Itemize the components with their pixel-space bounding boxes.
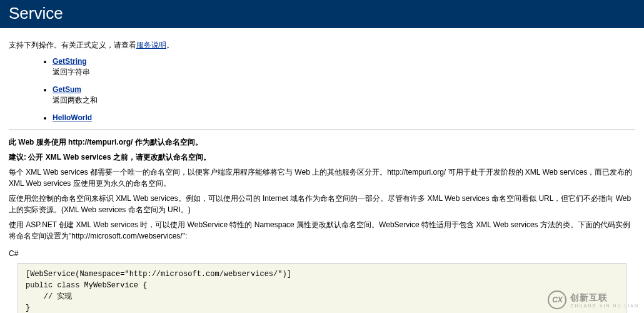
operation-item: GetString 返回字符串	[53, 57, 635, 78]
paragraph-aspnet: 使用 ASP.NET 创建 XML Web services 时，可以使用 We…	[9, 219, 635, 242]
intro-prefix: 支持下列操作。有关正式定义，请查看	[9, 41, 136, 49]
page-header: Service	[0, 0, 644, 28]
divider	[9, 130, 635, 130]
operation-link[interactable]: GetString	[53, 57, 87, 66]
page-title: Service	[9, 4, 63, 23]
operation-link[interactable]: GetSum	[53, 85, 81, 94]
csharp-code-block: [WebService(Namespace="http://microsoft.…	[18, 263, 626, 313]
paragraph-namespace-control: 应使用您控制的命名空间来标识 XML Web services。例如，可以使用公…	[9, 193, 635, 215]
intro-suffix: 。	[166, 41, 174, 49]
intro-paragraph: 支持下列操作。有关正式定义，请查看服务说明。	[9, 39, 635, 51]
service-description-link[interactable]: 服务说明	[136, 41, 166, 49]
operation-item: GetSum 返回两数之和	[53, 85, 635, 106]
operation-list: GetString 返回字符串 GetSum 返回两数之和 HelloWorld	[9, 57, 635, 122]
warning-line-2: 建议: 公开 XML Web services 之前，请更改默认命名空间。	[9, 151, 635, 163]
csharp-label: C#	[9, 248, 635, 259]
operation-desc: 返回字符串	[53, 67, 635, 78]
operation-link[interactable]: HelloWorld	[53, 113, 92, 122]
operation-item: HelloWorld	[53, 113, 635, 122]
content-area: 支持下列操作。有关正式定义，请查看服务说明。 GetString 返回字符串 G…	[0, 28, 644, 313]
operation-desc: 返回两数之和	[53, 95, 635, 106]
paragraph-namespace-unique: 每个 XML Web services 都需要一个唯一的命名空间，以便客户端应用…	[9, 167, 635, 189]
warning-line-1: 此 Web 服务使用 http://tempuri.org/ 作为默认命名空间。	[9, 136, 635, 148]
